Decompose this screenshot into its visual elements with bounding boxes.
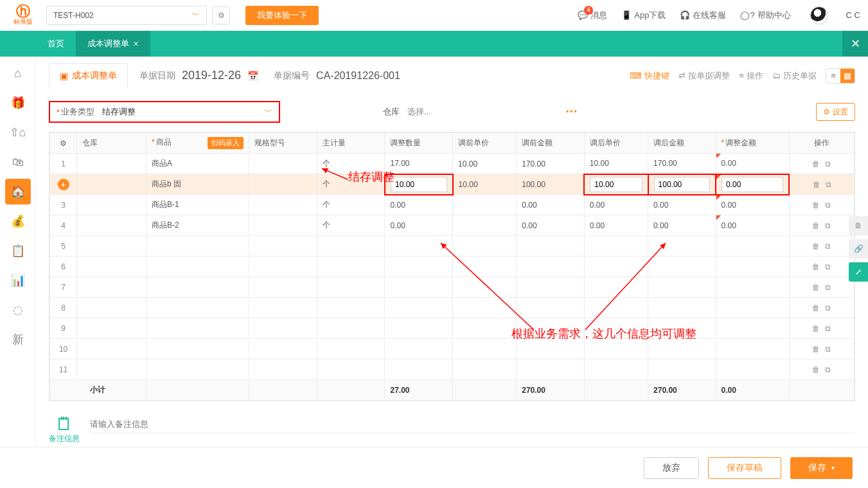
save-button[interactable]: 保存▾ [790, 457, 853, 479]
rail-expand-icon[interactable]: ⤢ [849, 262, 868, 282]
cell-spec[interactable] [249, 277, 317, 298]
cell-warehouse[interactable] [77, 298, 146, 318]
calendar-icon[interactable]: 📅 [247, 71, 258, 81]
hotkey-link[interactable]: ⌨快捷键 [630, 70, 669, 82]
doc-date[interactable]: 2019-12-26 [182, 69, 241, 82]
cell-adj-amt[interactable] [716, 257, 789, 277]
copy-icon[interactable]: ⧉ [825, 365, 831, 374]
cell-qty[interactable]: 0.00 [385, 215, 453, 236]
cell-post-price[interactable]: 0.00 [584, 215, 648, 236]
table-row[interactable]: 7🗑⧉ [50, 277, 855, 298]
table-row[interactable]: 8🗑⧉ [50, 298, 855, 318]
settings-icon-button[interactable]: ⚙ [212, 6, 230, 24]
post-price-input[interactable] [590, 177, 642, 192]
cell-warehouse[interactable] [77, 215, 146, 236]
close-icon[interactable]: ✕ [133, 40, 139, 48]
cell-qty[interactable] [385, 236, 453, 257]
cell-post-price[interactable] [584, 277, 648, 298]
table-row[interactable]: 9🗑⧉ [50, 318, 855, 339]
delete-icon[interactable]: 🗑 [812, 242, 820, 251]
sidebar-item-home[interactable]: ⌂ [5, 60, 31, 86]
delete-icon[interactable]: 🗑 [812, 365, 820, 374]
cell-adj-amt[interactable] [716, 359, 789, 380]
cell-spec[interactable] [249, 215, 317, 236]
table-row[interactable]: 1商品A个17.0010.00170.0010.00170.000.00🗑⧉ [50, 154, 855, 174]
cell-warehouse[interactable] [77, 195, 146, 215]
cell-warehouse[interactable] [77, 359, 146, 380]
cell-post-amt[interactable] [648, 298, 716, 318]
copy-icon[interactable]: ⧉ [825, 159, 831, 168]
cell-post-amt[interactable] [648, 257, 716, 277]
history-link[interactable]: 🗂历史单据 [772, 70, 817, 82]
table-row[interactable]: 10🗑⧉ [50, 339, 855, 359]
cell-spec[interactable] [249, 318, 317, 339]
cell-adj-amt[interactable] [716, 277, 789, 298]
cell-qty[interactable] [385, 298, 453, 318]
copy-icon[interactable]: ⧉ [825, 242, 831, 251]
copy-icon[interactable]: ⧉ [825, 201, 831, 210]
cell-adj-amt[interactable] [716, 339, 789, 359]
delete-icon[interactable]: 🗑 [812, 201, 820, 210]
settings-button[interactable]: ⚙ 设置 [816, 103, 855, 121]
rail-note-icon[interactable]: 🗎 [849, 216, 868, 235]
sidebar-item-bag[interactable]: 🛍 [5, 149, 31, 175]
table-row[interactable]: 6🗑⧉ [50, 257, 855, 277]
tab-cost-adjust[interactable]: 成本调整单 ✕ [76, 31, 150, 57]
cell-spec[interactable] [249, 339, 317, 359]
delete-icon[interactable]: 🗑 [812, 159, 820, 168]
cell-post-price[interactable] [584, 257, 648, 277]
cell-spec[interactable] [249, 298, 317, 318]
cell-qty[interactable] [385, 339, 453, 359]
cell-adj-amt[interactable] [716, 298, 789, 318]
copy-icon[interactable]: ⧉ [825, 283, 831, 292]
cell-post-amt[interactable] [648, 277, 716, 298]
operations-link[interactable]: ≡操作 [739, 70, 763, 82]
business-type-select[interactable]: * 业务类型 结存调整 ﹀ [49, 101, 280, 123]
col-gear[interactable]: ⚙ [50, 133, 77, 154]
cell-product[interactable] [146, 236, 249, 257]
cell-qty[interactable] [385, 318, 453, 339]
cell-adj-amt[interactable]: 0.00 [716, 215, 789, 236]
customer-service-link[interactable]: 🎧 在线客服 [680, 10, 726, 21]
cell-post-amt[interactable]: 170.00 [648, 154, 716, 174]
cell-adj-amt[interactable] [716, 174, 789, 195]
cell-spec[interactable] [249, 236, 317, 257]
cell-post-amt[interactable] [648, 339, 716, 359]
cell-post-amt[interactable] [648, 318, 716, 339]
discard-button[interactable]: 放弃 [644, 457, 699, 479]
qty-input[interactable] [391, 177, 447, 192]
save-draft-button[interactable]: 保存草稿 [708, 457, 781, 479]
sidebar-item-warehouse[interactable]: 🏠 [5, 179, 31, 204]
cell-warehouse[interactable] [77, 257, 146, 277]
cell-warehouse[interactable] [77, 277, 146, 298]
copy-icon[interactable]: ⧉ [826, 180, 831, 189]
delete-icon[interactable]: 🗑 [812, 324, 820, 333]
delete-icon[interactable]: 🗑 [812, 283, 820, 292]
cell-post-amt[interactable] [648, 236, 716, 257]
sidebar-item-in[interactable]: ⇧⌂ [5, 120, 31, 145]
add-row-icon[interactable]: + [58, 179, 69, 190]
sidebar-item-clipboard[interactable]: 📋 [5, 238, 31, 264]
adj-amt-input[interactable] [722, 177, 783, 192]
cell-post-amt[interactable]: 0.00 [648, 195, 716, 215]
cell-post-price[interactable]: 10.00 [584, 154, 648, 174]
delete-icon[interactable]: 🗑 [812, 221, 820, 230]
copy-icon[interactable]: ⧉ [825, 262, 831, 271]
cell-spec[interactable] [249, 154, 317, 174]
cell-post-price[interactable] [584, 174, 648, 195]
delete-icon[interactable]: 🗑 [812, 262, 820, 271]
copy-icon[interactable]: ⧉ [825, 221, 831, 230]
copy-icon[interactable]: ⧉ [825, 303, 831, 312]
avatar[interactable] [810, 6, 828, 24]
trial-button[interactable]: 我要体验一下 [245, 6, 319, 25]
cell-post-price[interactable] [584, 339, 648, 359]
sidebar-item-new[interactable]: 新 [5, 327, 31, 352]
delete-icon[interactable]: 🗑 [812, 303, 820, 312]
cell-post-price[interactable] [584, 236, 648, 257]
cell-warehouse[interactable] [77, 339, 146, 359]
cell-qty[interactable] [385, 174, 453, 195]
cell-product[interactable]: 商品B-2 [146, 215, 249, 236]
cell-product[interactable]: 商品B-1 [146, 195, 249, 215]
cell-warehouse[interactable] [77, 174, 146, 195]
cell-qty[interactable]: 17.00 [385, 154, 453, 174]
